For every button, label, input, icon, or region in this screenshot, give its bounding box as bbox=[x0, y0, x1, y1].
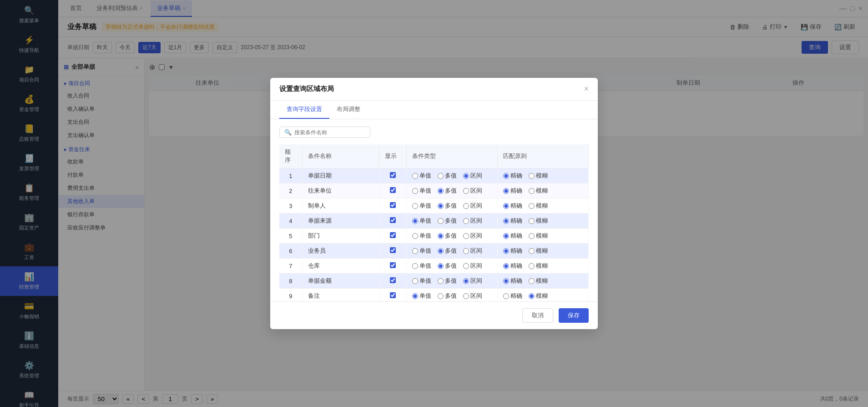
display-checkbox[interactable] bbox=[390, 262, 396, 268]
condition-radio-item[interactable]: 区间 bbox=[463, 202, 482, 210]
condition-radio-item[interactable]: 多值 bbox=[438, 172, 457, 180]
dialog-close-button[interactable]: × bbox=[584, 84, 589, 94]
condition-radio-item[interactable]: 单值 bbox=[412, 232, 431, 240]
dialog-tab-fields[interactable]: 查询字段设置 bbox=[279, 101, 329, 119]
match-radio[interactable] bbox=[529, 248, 535, 254]
match-radio[interactable] bbox=[503, 203, 509, 209]
condition-radio-item[interactable]: 多值 bbox=[438, 232, 457, 240]
condition-radio[interactable] bbox=[412, 248, 418, 254]
match-radio-item[interactable]: 模糊 bbox=[529, 292, 548, 300]
condition-radio-item[interactable]: 单值 bbox=[412, 202, 431, 210]
match-radio-item[interactable]: 模糊 bbox=[529, 202, 548, 210]
match-radio-item[interactable]: 模糊 bbox=[529, 277, 548, 285]
dialog-save-button[interactable]: 保存 bbox=[559, 308, 589, 323]
condition-radio-item[interactable]: 区间 bbox=[463, 277, 482, 285]
condition-radio-item[interactable]: 多值 bbox=[438, 217, 457, 225]
condition-radio-item[interactable]: 多值 bbox=[438, 292, 457, 300]
condition-radio[interactable] bbox=[438, 233, 444, 239]
condition-radio[interactable] bbox=[463, 278, 469, 284]
match-radio-item[interactable]: 精确 bbox=[503, 187, 522, 195]
condition-radio-item[interactable]: 单值 bbox=[412, 262, 431, 270]
condition-radio[interactable] bbox=[412, 278, 418, 284]
condition-radio[interactable] bbox=[438, 203, 444, 209]
condition-radio-item[interactable]: 单值 bbox=[412, 217, 431, 225]
cancel-button[interactable]: 取消 bbox=[522, 308, 553, 323]
match-radio[interactable] bbox=[503, 248, 509, 254]
match-radio[interactable] bbox=[503, 233, 509, 239]
match-radio[interactable] bbox=[529, 233, 535, 239]
condition-radio[interactable] bbox=[412, 293, 418, 299]
condition-radio-item[interactable]: 多值 bbox=[438, 262, 457, 270]
match-radio-item[interactable]: 精确 bbox=[503, 172, 522, 180]
match-radio-item[interactable]: 精确 bbox=[503, 217, 522, 225]
match-radio[interactable] bbox=[529, 293, 535, 299]
match-radio[interactable] bbox=[503, 188, 509, 194]
condition-radio[interactable] bbox=[412, 263, 418, 269]
display-checkbox[interactable] bbox=[390, 232, 396, 238]
match-radio[interactable] bbox=[529, 173, 535, 179]
condition-radio-item[interactable]: 区间 bbox=[463, 187, 482, 195]
display-checkbox[interactable] bbox=[390, 247, 396, 253]
display-checkbox[interactable] bbox=[390, 292, 396, 298]
condition-radio-item[interactable]: 区间 bbox=[463, 292, 482, 300]
match-radio[interactable] bbox=[503, 173, 509, 179]
condition-radio[interactable] bbox=[438, 173, 444, 179]
display-checkbox[interactable] bbox=[390, 172, 396, 178]
condition-radio[interactable] bbox=[463, 203, 469, 209]
condition-radio-item[interactable]: 区间 bbox=[463, 172, 482, 180]
condition-radio-item[interactable]: 单值 bbox=[412, 247, 431, 255]
condition-radio-item[interactable]: 区间 bbox=[463, 247, 482, 255]
match-radio[interactable] bbox=[529, 203, 535, 209]
match-radio[interactable] bbox=[529, 278, 535, 284]
match-radio-item[interactable]: 精确 bbox=[503, 262, 522, 270]
condition-radio-item[interactable]: 区间 bbox=[463, 217, 482, 225]
dialog-overlay[interactable]: 设置查询区域布局 × 查询字段设置 布局调整 🔍 顺序 条件名称 显示 条件 bbox=[0, 0, 868, 407]
condition-radio[interactable] bbox=[463, 248, 469, 254]
condition-radio-item[interactable]: 多值 bbox=[438, 277, 457, 285]
match-radio[interactable] bbox=[503, 293, 509, 299]
condition-radio-item[interactable]: 多值 bbox=[438, 247, 457, 255]
condition-radio[interactable] bbox=[412, 218, 418, 224]
condition-radio-item[interactable]: 单值 bbox=[412, 172, 431, 180]
match-radio-item[interactable]: 精确 bbox=[503, 292, 522, 300]
match-radio-item[interactable]: 模糊 bbox=[529, 187, 548, 195]
display-checkbox[interactable] bbox=[390, 202, 396, 208]
dialog-tab-layout[interactable]: 布局调整 bbox=[329, 101, 368, 119]
condition-radio[interactable] bbox=[438, 278, 444, 284]
match-radio-item[interactable]: 精确 bbox=[503, 202, 522, 210]
condition-radio-item[interactable]: 多值 bbox=[438, 187, 457, 195]
condition-radio-item[interactable]: 单值 bbox=[412, 277, 431, 285]
dialog-search-input[interactable] bbox=[294, 129, 365, 136]
condition-radio[interactable] bbox=[438, 293, 444, 299]
display-checkbox[interactable] bbox=[390, 277, 396, 283]
match-radio-item[interactable]: 精确 bbox=[503, 247, 522, 255]
condition-radio[interactable] bbox=[438, 188, 444, 194]
condition-radio[interactable] bbox=[463, 218, 469, 224]
match-radio-item[interactable]: 模糊 bbox=[529, 262, 548, 270]
condition-radio-item[interactable]: 单值 bbox=[412, 292, 431, 300]
condition-radio[interactable] bbox=[463, 293, 469, 299]
match-radio-item[interactable]: 精确 bbox=[503, 277, 522, 285]
condition-radio[interactable] bbox=[438, 263, 444, 269]
condition-radio-item[interactable]: 区间 bbox=[463, 232, 482, 240]
condition-radio-item[interactable]: 单值 bbox=[412, 187, 431, 195]
match-radio[interactable] bbox=[529, 188, 535, 194]
condition-radio[interactable] bbox=[463, 173, 469, 179]
condition-radio[interactable] bbox=[412, 233, 418, 239]
condition-radio[interactable] bbox=[412, 173, 418, 179]
match-radio[interactable] bbox=[503, 218, 509, 224]
condition-radio[interactable] bbox=[412, 203, 418, 209]
condition-radio[interactable] bbox=[438, 248, 444, 254]
condition-radio[interactable] bbox=[463, 233, 469, 239]
condition-radio-item[interactable]: 多值 bbox=[438, 202, 457, 210]
condition-radio[interactable] bbox=[412, 188, 418, 194]
condition-radio[interactable] bbox=[463, 188, 469, 194]
display-checkbox[interactable] bbox=[390, 217, 396, 223]
match-radio-item[interactable]: 模糊 bbox=[529, 217, 548, 225]
display-checkbox[interactable] bbox=[390, 187, 396, 193]
match-radio-item[interactable]: 模糊 bbox=[529, 232, 548, 240]
match-radio[interactable] bbox=[529, 218, 535, 224]
match-radio[interactable] bbox=[529, 263, 535, 269]
condition-radio[interactable] bbox=[438, 218, 444, 224]
match-radio[interactable] bbox=[503, 263, 509, 269]
